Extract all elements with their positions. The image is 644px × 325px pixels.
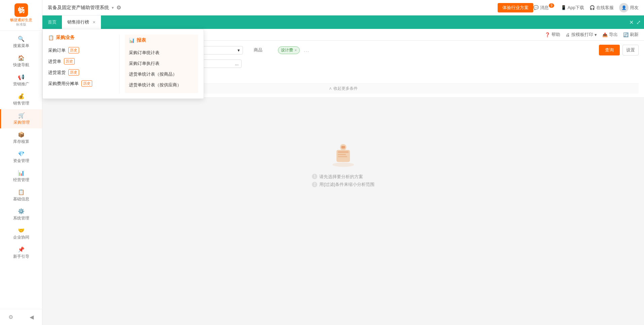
- dropdown-item-incoming[interactable]: 进货单 历史: [48, 56, 114, 67]
- sidebar-item-sales[interactable]: 💰 销售管理: [0, 90, 42, 109]
- svg-point-0: [332, 162, 354, 167]
- logo-text: 畅捷通好生意: [10, 17, 32, 22]
- sidebar-menu: 🔍 搜索菜单 🏠 快捷导航 📢 营销推广 💰 销售管理 🛒 采购管理 📦 库存核…: [0, 31, 42, 309]
- salesman-select-arrow-icon: ...: [235, 61, 239, 66]
- sidebar-item-system[interactable]: ⚙️ 系统管理: [0, 205, 42, 224]
- tab-home-label: 首页: [48, 19, 57, 25]
- tabs-bar: 首页 销售排行榜 ✕ ✕ ⤢: [42, 15, 644, 29]
- dropdown-item-order-exec[interactable]: 采购订单执行表: [129, 58, 194, 69]
- sidebar-settings-btn[interactable]: ⚙: [7, 313, 14, 322]
- topbar-settings-icon[interactable]: ⚙: [116, 4, 121, 11]
- return-history-badge: 历史: [68, 69, 79, 76]
- sidebar-item-label: 企业协同: [13, 235, 29, 240]
- dropdown-purchase-title: 📋 采购业务: [48, 35, 114, 41]
- sidebar-item-purchase[interactable]: 🛒 采购管理: [0, 109, 42, 128]
- refresh-btn[interactable]: 🔄 刷新: [623, 32, 639, 38]
- sidebar-item-quick-nav[interactable]: 🏠 快捷导航: [0, 52, 42, 71]
- trial-button[interactable]: 体验行业方案: [498, 3, 533, 12]
- sidebar-logo: 畅 畅捷通好生意 标准版: [0, 0, 42, 31]
- sidebar-item-basic[interactable]: 📋 基础信息: [0, 186, 42, 205]
- tab-close-icon[interactable]: ✕: [93, 20, 96, 25]
- content-area: ❓ 帮助 🖨 按模板打印 ▾ 📤 导出 🔄 刷新 日期: [42, 29, 644, 325]
- main-area: 装备及固定资产辅助管理系统 ▾ ⚙ 体验行业方案 💬 消息 9 📱 App下载 …: [42, 0, 644, 325]
- avatar: 👤: [619, 3, 629, 12]
- user-btn[interactable]: 👤 用友: [619, 3, 639, 12]
- sidebar: 畅 畅捷通好生意 标准版 🔍 搜索菜单 🏠 快捷导航 📢 营销推广 💰 销售管理…: [0, 0, 42, 325]
- messages-btn[interactable]: 💬 消息 9: [533, 5, 556, 11]
- query-button[interactable]: 查询: [599, 45, 620, 55]
- purchase-order-history-badge: 历史: [68, 47, 79, 53]
- online-service-btn[interactable]: 🎧 在线客服: [589, 5, 614, 11]
- phone-icon: 📱: [561, 5, 566, 10]
- sidebar-collapse-btn[interactable]: ◀: [28, 313, 35, 322]
- sidebar-item-label: 经营管理: [13, 177, 29, 183]
- sidebar-item-search[interactable]: 🔍 搜索菜单: [0, 33, 42, 52]
- dropdown-report-title: 📊 报表: [129, 37, 194, 43]
- dropdown-item-expense[interactable]: 采购费用分摊单 历史: [48, 78, 114, 89]
- help-btn[interactable]: ❓ 帮助: [545, 32, 560, 38]
- tab-sales-rank-label: 销售排行榜: [67, 19, 89, 25]
- return-label: 进货退货: [48, 70, 66, 76]
- select-arrow-icon: ▾: [238, 48, 240, 53]
- empty-illustration: [326, 142, 360, 169]
- sidebar-item-finance[interactable]: 💎 资金管理: [0, 148, 42, 167]
- topbar-title: 装备及固定资产辅助管理系统 ▾ ⚙: [48, 4, 498, 11]
- sidebar-item-label: 销售管理: [13, 100, 29, 106]
- message-icon: 💬: [533, 5, 539, 10]
- export-btn[interactable]: 📤 导出: [602, 32, 618, 38]
- sidebar-item-label: 资金管理: [13, 158, 29, 164]
- print-icon: 🖨: [566, 32, 570, 37]
- expense-history-badge: 历史: [81, 80, 92, 87]
- goods-label: 商品: [254, 47, 274, 53]
- purchase-icon: 🛒: [18, 112, 25, 119]
- goods-tag-close-icon[interactable]: ×: [294, 48, 296, 52]
- finance-icon: 💎: [18, 151, 25, 157]
- basic-icon: 📋: [18, 189, 25, 195]
- incoming-history-badge: 历史: [64, 58, 75, 65]
- sidebar-item-label: 搜索菜单: [13, 43, 29, 49]
- svg-rect-4: [338, 156, 347, 157]
- logo-badge: 标准版: [16, 22, 26, 27]
- tabs-expand-icon[interactable]: ⤢: [636, 19, 641, 26]
- svg-rect-2: [338, 151, 349, 153]
- dropdown-item-return[interactable]: 进货退货 历史: [48, 67, 114, 78]
- dropdown-item-incoming-by-goods[interactable]: 进货单统计表（按商品）: [129, 69, 194, 80]
- goods-tag-text: 设计费: [281, 47, 293, 53]
- topbar: 装备及固定资产辅助管理系统 ▾ ⚙ 体验行业方案 💬 消息 9 📱 App下载 …: [42, 0, 644, 15]
- home-icon: 🏠: [18, 55, 25, 61]
- purchase-col-icon: 📋: [48, 35, 54, 40]
- dropdown-divider: [119, 35, 119, 93]
- settings-button[interactable]: 设置: [622, 45, 639, 55]
- expense-label: 采购费用分摊单: [48, 81, 79, 87]
- tab-sales-rank[interactable]: 销售排行榜 ✕: [62, 15, 101, 29]
- empty-state: 1 请先选择要分析的方案 2 用[过滤]条件来缩小分析范围: [42, 98, 644, 232]
- purchase-order-label: 采购订单: [48, 47, 66, 53]
- dropdown-item-purchase-order[interactable]: 采购订单 历史: [48, 45, 114, 56]
- sidebar-item-marketing[interactable]: 📢 营销推广: [0, 71, 42, 90]
- guide-icon: 📌: [18, 246, 25, 253]
- sidebar-bottom: ⚙ ◀: [0, 309, 42, 325]
- sidebar-item-coop[interactable]: 🤝 企业协同: [0, 224, 42, 243]
- sys-name: 装备及固定资产辅助管理系统: [48, 5, 109, 11]
- dropdown-purchase-col: 📋 采购业务 采购订单 历史 进货单 历史 进货退货 历史 采购费用分摊单: [48, 35, 114, 93]
- dropdown-arrow-icon[interactable]: ▾: [112, 5, 114, 10]
- sidebar-item-label: 营销推广: [13, 81, 29, 87]
- tab-home[interactable]: 首页: [42, 15, 62, 29]
- svg-rect-3: [338, 154, 346, 155]
- dropdown-item-incoming-by-supplier[interactable]: 进货单统计表（按供应商）: [129, 80, 194, 90]
- tabs-close-icon[interactable]: ✕: [629, 19, 634, 26]
- empty-tips: 1 请先选择要分析的方案 2 用[过滤]条件来缩小分析范围: [312, 173, 374, 189]
- search-icon: 🔍: [18, 36, 25, 42]
- sidebar-item-operation[interactable]: 📊 经营管理: [0, 167, 42, 186]
- sidebar-item-guide[interactable]: 📌 新手引导: [0, 243, 42, 262]
- collapse-arrow-icon: ∧: [329, 86, 333, 91]
- print-template-btn[interactable]: 🖨 按模板打印 ▾: [566, 32, 597, 38]
- topbar-right: 💬 消息 9 📱 App下载 🎧 在线客服 👤 用友: [533, 3, 639, 12]
- sidebar-item-inventory[interactable]: 📦 库存核算: [0, 128, 42, 148]
- dropdown-item-order-stats[interactable]: 采购订单统计表: [129, 47, 194, 58]
- app-download-btn[interactable]: 📱 App下载: [561, 5, 584, 11]
- goods-more-icon[interactable]: ...: [304, 48, 310, 53]
- goods-tag: 设计费 ×: [278, 46, 299, 54]
- tabs-bar-right: ✕ ⤢: [629, 19, 644, 26]
- sales-icon: 💰: [18, 93, 25, 99]
